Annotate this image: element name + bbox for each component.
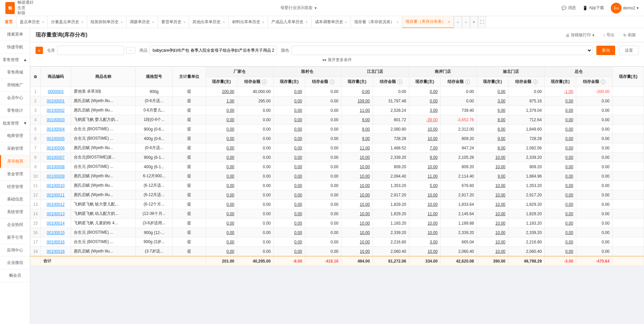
yubei-stock[interactable]: 10.00: [477, 247, 508, 257]
tab-close-all-btn[interactable]: ×: [470, 16, 478, 28]
table-settings-icon[interactable]: ⚙: [34, 75, 37, 79]
factory-stock[interactable]: 0.00: [206, 172, 237, 181]
factory-stock[interactable]: 0.00: [206, 190, 237, 200]
sidebar-item-member[interactable]: 会员中心: [0, 92, 30, 104]
total-amount-info-icon[interactable]: i: [601, 80, 605, 84]
product-code[interactable]: 00100016: [41, 237, 71, 247]
jiangbei-stock[interactable]: 10.00: [341, 209, 373, 219]
total-stock[interactable]: 0.00: [545, 153, 576, 162]
close-tab-assemble-icon[interactable]: ×: [121, 20, 123, 24]
total-stock[interactable]: 0.00: [545, 125, 576, 134]
jiangbei-stock[interactable]: 10.00: [341, 219, 373, 228]
nangan-stock[interactable]: 10.00: [409, 228, 440, 237]
jiangbei-stock[interactable]: 10.00: [341, 200, 373, 209]
nangan-stock[interactable]: 7.00: [409, 143, 440, 153]
warehouse-dots-btn[interactable]: ···: [126, 47, 136, 54]
factory-stock[interactable]: 0.00: [206, 237, 237, 247]
yubei-stock[interactable]: 10.00: [477, 190, 508, 200]
total-stock[interactable]: 0.00: [545, 162, 576, 172]
total-stock[interactable]: 0.00: [545, 115, 576, 125]
product-code[interactable]: 00100004: [41, 125, 71, 134]
sidebar-item-retail-mall[interactable]: 零售商城: [0, 66, 30, 79]
total-stock[interactable]: 0.00: [545, 181, 576, 190]
total-stock[interactable]: 0.00: [545, 134, 576, 143]
chen-amount-info-icon[interactable]: i: [330, 80, 334, 84]
total-stock[interactable]: 0.00: [545, 209, 576, 219]
yubei-stock[interactable]: 10.00: [477, 209, 508, 219]
chen-stock[interactable]: 0.00: [273, 219, 305, 228]
factory-stock[interactable]: 0.00: [206, 228, 237, 237]
nangan-stock[interactable]: 10.00: [409, 162, 440, 172]
factory-stock[interactable]: 1.00: [206, 96, 237, 106]
tab-dispatch[interactable]: 调拨单历史 ×: [126, 16, 158, 28]
sidebar-item-shortcut[interactable]: 快捷导航: [0, 41, 30, 54]
product-code[interactable]: 00100005: [41, 134, 71, 143]
nangan-stock[interactable]: 0.00: [409, 96, 440, 106]
tab-product-in[interactable]: 产成品入库单历史 ×: [268, 16, 311, 28]
warehouse-input[interactable]: [57, 46, 124, 55]
close-tab-branch-icon[interactable]: ×: [81, 20, 83, 24]
chen-stock[interactable]: 0.00: [273, 134, 305, 143]
product-code[interactable]: 00100008: [41, 162, 71, 172]
yubei-stock[interactable]: 9.00: [477, 172, 508, 181]
sidebar-item-purchase[interactable]: 采购管理: [0, 142, 30, 155]
yubei-stock[interactable]: 10.00: [477, 162, 508, 172]
close-tab-material-out-icon[interactable]: ×: [262, 20, 264, 24]
factory-stock[interactable]: 0.00: [206, 106, 237, 115]
tab-material-out[interactable]: 材料出库单历史 ×: [229, 16, 268, 28]
yubei-stock[interactable]: 0.00: [477, 87, 508, 96]
chen-stock[interactable]: 0.00: [273, 237, 305, 247]
factory-stock[interactable]: 0.00: [206, 219, 237, 228]
product-code[interactable]: 00100002: [41, 106, 71, 115]
jiangbei-stock[interactable]: 9.00: [341, 115, 373, 125]
chen-stock[interactable]: 0.00: [273, 143, 305, 153]
factory-stock[interactable]: 0.00: [206, 181, 237, 190]
user-profile[interactable]: Ea demo2 ▾: [611, 3, 639, 13]
sidebar-item-system[interactable]: 系统管理: [0, 206, 30, 219]
sidebar-item-corp[interactable]: 企业协同: [0, 219, 30, 231]
jiangbei-stock[interactable]: 9.00: [341, 125, 373, 134]
tab-next-btn[interactable]: ›: [462, 16, 470, 28]
jiangbei-stock[interactable]: 10.00: [341, 228, 373, 237]
nangan-stock[interactable]: 5.00: [409, 181, 440, 190]
nangan-amount-info-icon[interactable]: i: [465, 80, 470, 84]
nangan-stock[interactable]: 10.00: [409, 219, 440, 228]
jiangbei-stock[interactable]: 9.00: [341, 134, 373, 143]
sidebar-item-search[interactable]: 搜索英单: [0, 28, 30, 41]
nangan-stock[interactable]: 0.00: [409, 87, 440, 96]
total-stock[interactable]: 0.00: [545, 106, 576, 115]
product-code[interactable]: 00100018: [41, 247, 71, 257]
sidebar-item-retail-stats[interactable]: 零售统计: [0, 104, 30, 117]
nangan-stock[interactable]: 10.00: [409, 190, 440, 200]
close-tab-stocktake-icon[interactable]: ×: [42, 20, 44, 24]
jiangbei-amount-info-icon[interactable]: i: [397, 80, 402, 84]
product-code[interactable]: 00100009: [41, 172, 71, 181]
tab-purchase[interactable]: 要货单历史 ×: [158, 16, 189, 28]
chen-stock[interactable]: 0.00: [273, 125, 305, 134]
yubei-stock[interactable]: 10.00: [477, 219, 508, 228]
chen-stock[interactable]: 0.00: [273, 106, 305, 115]
yubei-stock[interactable]: 10.00: [477, 181, 508, 190]
factory-amount-info-icon[interactable]: i: [262, 80, 267, 84]
product-code[interactable]: 00100011: [41, 190, 71, 200]
chen-stock[interactable]: 0.00: [273, 181, 305, 190]
jiangbei-stock[interactable]: 10.00: [341, 190, 373, 200]
sidebar-item-ops[interactable]: 经营管理: [0, 181, 30, 193]
tab-branch-stocktake[interactable]: 分量盘点单历史 ×: [48, 16, 87, 28]
chen-stock[interactable]: 0.00: [273, 87, 305, 96]
nangan-stock[interactable]: 11.00: [409, 209, 440, 219]
yubei-stock[interactable]: 9.00: [477, 134, 508, 143]
chen-stock[interactable]: 0.00: [273, 115, 305, 125]
nangan-stock[interactable]: -39.00: [409, 115, 440, 125]
jiangbei-stock[interactable]: 10.00: [341, 181, 373, 190]
chen-stock[interactable]: 0.00: [273, 190, 305, 200]
sidebar-item-basic[interactable]: 基础信息: [0, 193, 30, 206]
nangan-stock[interactable]: 11.00: [409, 172, 440, 181]
export-btn[interactable]: ↑ 导出: [600, 31, 617, 39]
tab-fullscreen-btn[interactable]: ⛶: [478, 16, 486, 28]
yubei-stock[interactable]: 8.00: [477, 115, 508, 125]
total-stock[interactable]: 0.00: [545, 200, 576, 209]
close-tab-stock-status-icon[interactable]: ×: [396, 20, 398, 24]
color-select[interactable]: [291, 46, 592, 55]
total-stock[interactable]: 0.00: [545, 190, 576, 200]
